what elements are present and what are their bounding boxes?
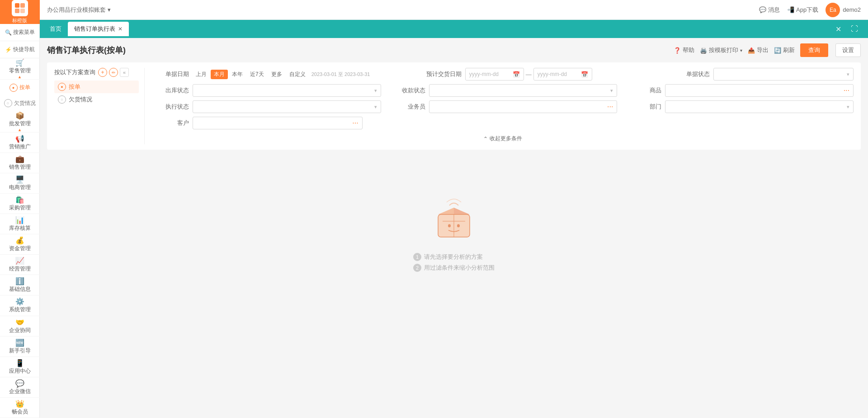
print-btn[interactable]: 🖨️ 按模板打印 ▾ <box>700 46 742 54</box>
customer-select[interactable]: ··· <box>193 117 363 129</box>
status-label: 单据状态 <box>673 70 713 78</box>
salesperson-dots-icon[interactable]: ··· <box>607 103 613 111</box>
expected-date-end-input[interactable]: yyyy-mm-dd 📅 <box>533 68 592 81</box>
logo-icon <box>12 0 28 16</box>
export-btn[interactable]: 📤 导出 <box>748 46 769 54</box>
edit-scheme-btn[interactable]: ✏ <box>109 68 118 77</box>
help-btn[interactable]: ❓ 帮助 <box>674 46 694 54</box>
user-avatar: Ea <box>826 3 840 17</box>
tab-close-btn[interactable]: ✕ <box>118 26 123 32</box>
date-group: 上月 本月 本年 近7天 更多 自定义 2023-03-01 至 <box>193 70 417 79</box>
expected-date-start-placeholder: yyyy-mm-dd <box>469 71 499 77</box>
calendar-end-icon: 📅 <box>581 71 588 78</box>
sidebar-sub-order[interactable]: ● 按单 <box>0 80 40 95</box>
department-label: 部门 <box>624 103 665 111</box>
topbar-actions: 💬 消息 📲 App下载 Ea demo2 <box>759 3 861 17</box>
department-select[interactable]: ▾ <box>665 100 854 113</box>
sidebar-item-wholesale[interactable]: 📦 批发管理 ▲ <box>0 111 40 133</box>
collapse-btn[interactable]: ⌃ 收起更多条件 <box>483 135 522 142</box>
sidebar-item-inventory[interactable]: 📊 库存核算 <box>0 214 40 234</box>
date-tab-custom[interactable]: 自定义 <box>286 70 309 79</box>
salesperson-select[interactable]: ··· <box>429 100 618 113</box>
payment-select[interactable]: ▾ <box>429 84 618 97</box>
date-tab-this-month[interactable]: 本月 <box>211 70 228 79</box>
exec-status-arrow: ▾ <box>374 104 377 110</box>
add-scheme-btn[interactable]: + <box>98 68 107 77</box>
sidebar-item-system[interactable]: ⚙️ 系统管理 <box>0 295 40 316</box>
tip-item-2: 2 用过滤条件来缩小分析范围 <box>413 264 495 272</box>
sidebar-item-appstore[interactable]: 📱 应用中心 <box>0 357 40 377</box>
tabbar: 首页 销售订单执行表 ✕ ✕ ⛶ <box>40 20 868 38</box>
sidebar-search[interactable]: 🔍 搜索菜单 <box>0 24 40 41</box>
sidebar-item-finance[interactable]: 💰 资金管理 <box>0 234 40 255</box>
date-range-start: 2023-03-01 <box>311 71 337 77</box>
date-tab-last7[interactable]: 近7天 <box>247 70 267 79</box>
filter-left-panel: 按以下方案查询 + ✏ « ● 按单 ○ 欠货情况 <box>54 68 145 144</box>
sidebar-item-retail[interactable]: 🛒 零售管理 ▲ <box>0 58 40 80</box>
filter-scheme-title: 按以下方案查询 + ✏ « <box>54 68 139 77</box>
topbar-title-text: 办公用品行业模拟账套 <box>47 6 106 14</box>
expected-date-start-input[interactable]: yyyy-mm-dd 📅 <box>465 68 524 81</box>
goods-select[interactable]: ··· <box>665 84 854 97</box>
sidebar-quick-nav[interactable]: ⚡ 快捷导航 <box>0 41 40 58</box>
field-department: 部门 ▾ <box>624 100 854 113</box>
system-label: 系统管理 <box>9 306 31 314</box>
department-arrow: ▾ <box>847 104 849 110</box>
query-btn[interactable]: 查询 <box>800 43 828 57</box>
tab-sales-exec[interactable]: 销售订单执行表 ✕ <box>68 22 129 36</box>
sidebar: 标橙版 🔍 搜索菜单 ⚡ 快捷导航 🛒 零售管理 ▲ ● 按单 ○ 欠货情况 📦… <box>0 0 40 418</box>
sidebar-item-ecommerce[interactable]: 🖥️ 电商管理 <box>0 173 40 194</box>
ecommerce-label: 电商管理 <box>9 184 31 191</box>
sidebar-item-purchase[interactable]: 🛍️ 采购管理 <box>0 194 40 214</box>
sidebar-item-operation[interactable]: 📈 经营管理 <box>0 255 40 275</box>
debt-icon: ○ <box>4 99 12 107</box>
field-exec-status: 执行状态 ▾ <box>152 100 381 113</box>
topbar-title-arrow[interactable]: ▾ <box>108 6 111 13</box>
topbar: 办公用品行业模拟账套 ▾ 💬 消息 📲 App下载 Ea demo2 <box>40 0 868 20</box>
status-select[interactable]: ▾ <box>713 68 854 81</box>
collapse-scheme-btn[interactable]: « <box>120 68 129 77</box>
date-tab-prev-month[interactable]: 上月 <box>193 70 210 79</box>
window-close-btn[interactable]: ✕ <box>832 23 844 35</box>
user-profile[interactable]: Ea demo2 <box>826 3 861 17</box>
sidebar-item-corp[interactable]: 🤝 企业协同 <box>0 316 40 337</box>
exec-status-select[interactable]: ▾ <box>193 100 381 113</box>
tip-item-1: 1 请先选择要分析的方案 <box>413 253 495 261</box>
customer-dots-icon[interactable]: ··· <box>352 119 358 127</box>
topbar-title: 办公用品行业模拟账套 ▾ <box>47 6 111 14</box>
shipment-arrow: ▾ <box>374 88 377 94</box>
filter-row-4: 客户 ··· <box>152 117 854 129</box>
finance-icon: 💰 <box>15 236 24 245</box>
retail-arrow: ▲ <box>18 75 22 79</box>
marketing-icon: 📢 <box>15 134 24 143</box>
date-tab-more[interactable]: 更多 <box>268 70 285 79</box>
sidebar-item-wechat[interactable]: 💬 企业微信 <box>0 377 40 398</box>
app-logo[interactable]: 标橙版 <box>0 0 40 24</box>
sidebar-item-sales[interactable]: 💼 销售管理 <box>0 153 40 173</box>
wholesale-icon: 📦 <box>15 111 24 120</box>
refresh-btn[interactable]: 🔄 刷新 <box>774 46 795 54</box>
goods-dots-icon[interactable]: ··· <box>844 86 849 95</box>
scheme-debt[interactable]: ○ 欠货情况 <box>54 93 139 106</box>
marketing-label: 营销推广 <box>9 143 31 151</box>
date-range-display: 2023-03-01 至 2023-03-31 <box>311 71 370 78</box>
date-tab-this-year[interactable]: 本年 <box>229 70 246 79</box>
settings-btn[interactable]: 设置 <box>835 43 861 57</box>
app-download-btn[interactable]: 📲 App下载 <box>787 6 818 14</box>
print-arrow: ▾ <box>740 48 742 53</box>
tip-num-2: 2 <box>413 264 421 272</box>
scheme-order-icon: ● <box>58 83 66 91</box>
sidebar-item-marketing[interactable]: 📢 营销推广 <box>0 133 40 153</box>
scheme-order[interactable]: ● 按单 <box>54 81 139 93</box>
scheme-debt-icon: ○ <box>58 95 66 104</box>
sidebar-item-newbie[interactable]: 🆕 新手引导 <box>0 337 40 357</box>
shipment-select[interactable]: ▾ <box>193 84 381 97</box>
expected-date-label: 预计交货日期 <box>425 70 465 78</box>
tab-home[interactable]: 首页 <box>43 22 68 36</box>
messages-btn[interactable]: 💬 消息 <box>759 6 780 14</box>
sidebar-item-basic[interactable]: ℹ️ 基础信息 <box>0 275 40 295</box>
sidebar-item-member[interactable]: 👑 畅会员 <box>0 398 40 418</box>
sidebar-sub-debt[interactable]: ○ 欠货情况 <box>0 95 40 111</box>
quick-nav-icon: ⚡ <box>5 47 12 53</box>
window-maximize-btn[interactable]: ⛶ <box>848 23 861 35</box>
